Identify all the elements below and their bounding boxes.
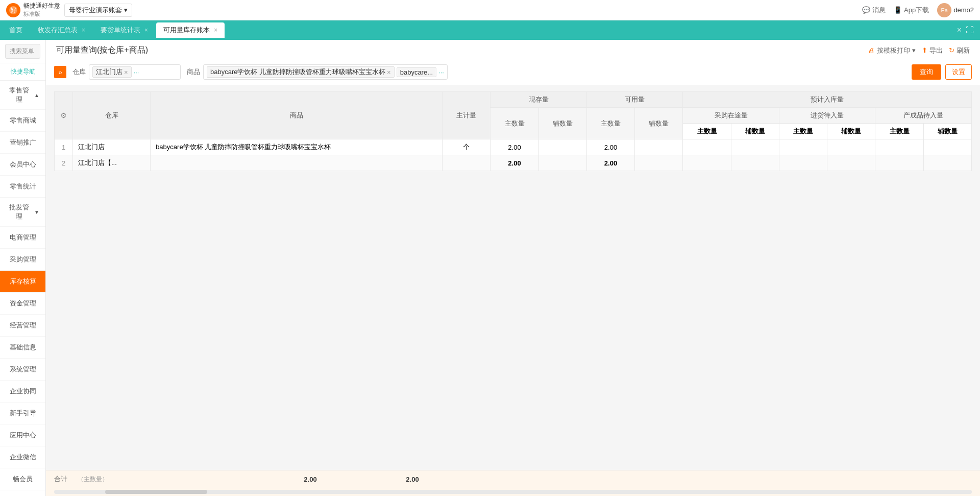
tab-available-inventory[interactable]: 可用量库存账本 ×: [156, 22, 225, 38]
refresh-btn[interactable]: ↻ 刷新: [949, 46, 970, 55]
table-row: 1 江北门店 babycare学饮杯 儿童防摔防撞吸管杯重力球吸嘴杯宝宝水杯 个…: [55, 139, 972, 155]
sidebar-item-wholesale-mgmt[interactable]: 批发管理 ▼: [0, 198, 45, 227]
sidebar-item-retail-stats[interactable]: 零售统计: [0, 176, 45, 198]
tab-home-label: 首页: [9, 26, 22, 35]
expand-icon: »: [58, 68, 62, 76]
chevron-down-icon: ▾: [124, 6, 128, 14]
table-col-finished-aux-header: 辅数量: [923, 124, 971, 139]
table-footer: 合计 （主数量） 2.00 2.00: [46, 470, 980, 488]
product-tag-1: babycare...: [397, 67, 436, 77]
warehouse-filter-tags[interactable]: 江北门店 × ···: [89, 64, 181, 80]
search-menu-btn[interactable]: 搜索菜单: [5, 44, 40, 59]
print-template-btn[interactable]: 🖨 按模板打印 ▾: [868, 46, 916, 55]
app-download-btn[interactable]: 📱 App下载: [894, 6, 929, 15]
sidebar-item-marketing[interactable]: 营销推广: [0, 132, 45, 154]
summary-avail-main: 2.00: [392, 476, 433, 483]
sidebar-item-app-center[interactable]: 应用中心: [0, 424, 45, 446]
warehouse-filter-group: 仓库 江北门店 × ···: [72, 64, 181, 80]
refresh-label: 刷新: [957, 46, 970, 55]
product-filter-tags[interactable]: babycare学饮杯 儿童防摔防撞吸管杯重力球吸嘴杯宝宝水杯 × babyca…: [203, 64, 448, 80]
logo-text: 畅捷通好生意: [23, 2, 60, 10]
row-1-product: babycare学饮杯 儿童防摔防撞吸管杯重力球吸嘴杯宝宝水杯: [151, 139, 443, 155]
logo-area: 好 畅捷通好生意 标准版: [6, 2, 60, 18]
row-2-purchase-pending-main: [779, 155, 827, 171]
message-btn[interactable]: 💬 消息: [862, 6, 886, 15]
sidebar-item-operations[interactable]: 经营管理: [0, 315, 45, 337]
top-bar: 好 畅捷通好生意 标准版 母婴行业演示账套 ▾ 💬 消息 📱 App下载 Ea …: [0, 0, 980, 20]
logo-icon: 好: [6, 3, 20, 17]
sidebar-item-vip-member[interactable]: 畅会员: [0, 468, 45, 490]
row-2-purchase-transit-main: [683, 155, 731, 171]
summary-stock-main: 2.00: [290, 476, 331, 483]
table-settings-icon[interactable]: ⚙: [60, 111, 67, 120]
product-more-btn[interactable]: ···: [438, 68, 444, 76]
table-col-purchase-transit-aux-header: 辅数量: [731, 124, 779, 139]
table-col-main-unit-header: 主计量: [443, 92, 491, 139]
query-btn[interactable]: 查询: [912, 64, 941, 80]
table-col-product-header: 商品: [151, 92, 443, 139]
sidebar-item-system-mgmt[interactable]: 系统管理: [0, 359, 45, 381]
data-table: ⚙ 仓库 商品 主计量 现存量 可用量 预计入库量 主数量 辅数量 主数量 辅数…: [54, 91, 972, 171]
sidebar-item-finance[interactable]: 资金管理: [0, 293, 45, 315]
sidebar-retail-stats-label: 零售统计: [10, 182, 36, 191]
sidebar-item-ecommerce[interactable]: 电商管理: [0, 227, 45, 249]
table-wrapper: ⚙ 仓库 商品 主计量 现存量 可用量 预计入库量 主数量 辅数量 主数量 辅数…: [46, 85, 980, 470]
row-1-main-unit: 个: [443, 139, 491, 155]
user-profile-btn[interactable]: Ea demo2: [937, 3, 974, 17]
sidebar-item-basic-info[interactable]: 基础信息: [0, 337, 45, 359]
sidebar-inventory-label: 库存核算: [10, 277, 36, 286]
sidebar-item-enterprise-wechat[interactable]: 企业微信: [0, 446, 45, 468]
quick-nav-btn[interactable]: 快捷导航: [0, 63, 45, 81]
sidebar-item-enterprise-collab[interactable]: 企业协同: [0, 381, 45, 403]
product-tag-0-remove[interactable]: ×: [387, 68, 391, 76]
table-col-purchase-transit-header: 采购在途量: [683, 108, 779, 124]
table-col-avail-main-header: 主数量: [586, 108, 634, 139]
sidebar-item-retail-mall[interactable]: 零售商城: [0, 110, 45, 132]
scrollbar-track[interactable]: [54, 490, 972, 494]
filter-expand-btn[interactable]: »: [54, 66, 66, 78]
page-title: 可用量查询(按仓库+商品): [56, 45, 148, 56]
sidebar-ecommerce-label: 电商管理: [10, 233, 36, 242]
export-icon: ⬆: [922, 46, 927, 54]
summary-label: 合计: [54, 475, 67, 484]
scrollbar-thumb[interactable]: [105, 490, 207, 494]
warehouse-tag-0: 江北门店 ×: [92, 66, 132, 78]
tab-receipt-summary[interactable]: 收发存汇总表 ×: [31, 22, 92, 38]
row-2-stock-main: 2.00: [491, 155, 538, 171]
warehouse-more-btn[interactable]: ···: [134, 68, 139, 76]
industry-select[interactable]: 母婴行业演示账套 ▾: [64, 4, 132, 17]
message-label: 消息: [872, 6, 886, 15]
tab-available-inventory-close[interactable]: ×: [214, 27, 217, 34]
row-2-main-unit: [443, 155, 491, 171]
sidebar-wholesale-mgmt-label: 批发管理: [6, 203, 32, 221]
export-btn[interactable]: ⬆ 导出: [922, 46, 943, 55]
sidebar-purchase-mgmt-label: 采购管理: [10, 255, 36, 264]
close-all-tabs-btn[interactable]: ×: [957, 26, 962, 35]
row-2-index: 2: [55, 155, 73, 171]
row-1-warehouse: 江北门店: [73, 139, 151, 155]
row-1-purchase-transit-aux: [731, 139, 779, 155]
settings-filter-btn[interactable]: 设置: [945, 64, 972, 80]
page-header: 可用量查询(按仓库+商品) 🖨 按模板打印 ▾ ⬆ 导出 ↻ 刷新: [46, 40, 980, 59]
sidebar-item-retail-mgmt[interactable]: 零售管理 ▲: [0, 81, 45, 110]
sidebar-enterprise-collab-label: 企业协同: [10, 387, 36, 396]
print-icon: 🖨: [868, 46, 875, 54]
product-tag-0-text: babycare学饮杯 儿童防摔防撞吸管杯重力球吸嘴杯宝宝水杯: [210, 67, 385, 77]
tab-receipt-summary-close[interactable]: ×: [82, 27, 85, 34]
table-col-purchase-pending-aux-header: 辅数量: [827, 124, 875, 139]
top-bar-right: 💬 消息 📱 App下载 Ea demo2: [862, 3, 974, 17]
sidebar-item-inventory[interactable]: 库存核算: [0, 271, 45, 293]
fullscreen-btn[interactable]: ⛶: [966, 26, 974, 35]
username: demo2: [953, 6, 974, 14]
warehouse-tag-remove[interactable]: ×: [124, 68, 128, 76]
tab-order-summary-label: 要货单统计表: [101, 26, 140, 35]
tab-order-summary[interactable]: 要货单统计表 ×: [93, 22, 155, 38]
row-1-purchase-transit-main: [683, 139, 731, 155]
sidebar-item-new-guide[interactable]: 新手引导: [0, 403, 45, 424]
sidebar-item-member-center[interactable]: 会员中心: [0, 154, 45, 176]
tab-home[interactable]: 首页: [2, 22, 30, 38]
tab-order-summary-close[interactable]: ×: [144, 27, 148, 34]
product-filter-label: 商品: [187, 67, 200, 77]
sidebar-item-purchase-mgmt[interactable]: 采购管理: [0, 249, 45, 271]
table-col-avail-aux-header: 辅数量: [635, 108, 683, 139]
